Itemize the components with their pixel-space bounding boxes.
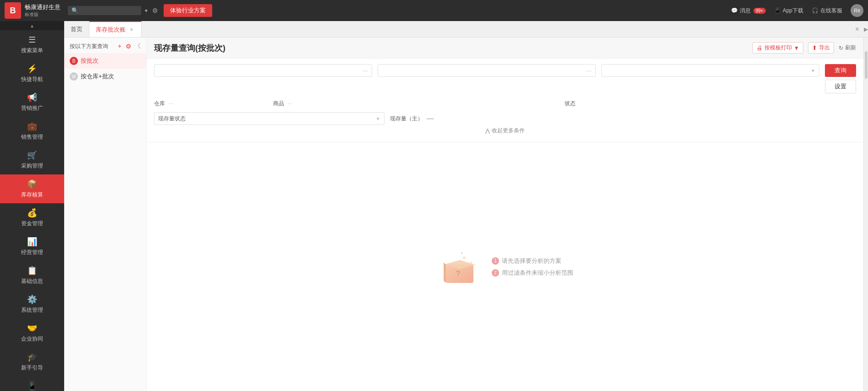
print-button[interactable]: 🖨 按模板打印 ▼ xyxy=(753,42,803,54)
warehouse-input[interactable] xyxy=(158,67,361,74)
sidebar-icon-purchase: 🛒 xyxy=(27,150,37,160)
right-scrollbar[interactable] xyxy=(863,38,868,391)
plan-item-by-batch[interactable]: B 按批次 xyxy=(64,53,146,69)
user-profile-item[interactable]: Rit xyxy=(851,4,863,17)
tab-close-button[interactable]: × xyxy=(128,27,135,33)
messages-item[interactable]: 💬 消息 99+ xyxy=(731,7,766,15)
plan-label-by-batch: 按批次 xyxy=(81,57,99,65)
search-input[interactable] xyxy=(80,7,135,14)
sidebar-label-enterprise: 企业协同 xyxy=(21,335,43,343)
query-button[interactable]: 查询 xyxy=(825,64,856,77)
right-panel: 现存量查询(按批次) 🖨 按模板打印 ▼ ⬆ 导出 ↻ xyxy=(147,38,863,391)
collapse-panel-icon[interactable]: 《 xyxy=(134,42,141,50)
product-input-wrap[interactable]: ··· xyxy=(378,64,596,77)
page-title: 现存量查询(按批次) xyxy=(154,43,225,54)
tab-more-icon[interactable]: ▶ xyxy=(864,26,868,33)
sidebar-item-operation[interactable]: 📊 经营管理 xyxy=(0,232,64,261)
filter-settings-button[interactable]: 设置 xyxy=(825,80,856,93)
sidebar-icon-basic: 📋 xyxy=(27,266,37,276)
sidebar-item-purchase[interactable]: 🛒 采购管理 xyxy=(0,146,64,174)
sidebar-item-system[interactable]: ⚙️ 系统管理 xyxy=(0,290,64,319)
product-col-label: 商品 ··· xyxy=(273,100,565,108)
page-container: 按以下方案查询 ＋ ⚙ 《 B 按批次 W 按仓库+批次 xyxy=(64,38,868,391)
status-col-label: 状态 xyxy=(565,100,856,108)
brand-edition: 标准版 xyxy=(25,11,60,18)
tip-text-1: 请先选择要分析的方案 xyxy=(502,257,561,265)
topbar-search-box[interactable]: 🔍 xyxy=(68,6,141,15)
online-service-item[interactable]: 🎧 在线客服 xyxy=(812,7,842,15)
sidebar-icon-system: ⚙️ xyxy=(27,294,37,304)
sidebar-label-system: 系统管理 xyxy=(21,306,43,314)
tip-text-2: 用过滤条件来缩小分析范围 xyxy=(502,269,573,277)
page-title-bar: 现存量查询(按批次) 🖨 按模板打印 ▼ ⬆ 导出 ↻ xyxy=(147,38,863,59)
warehouse-label-text: 仓库 xyxy=(154,100,165,107)
warehouse-col-dots[interactable]: ··· xyxy=(168,100,173,107)
svg-point-3 xyxy=(461,252,463,254)
tab-inventory-batch[interactable]: 库存批次账 × xyxy=(89,21,142,37)
avatar-label: Rit xyxy=(854,8,860,13)
sidebar-item-inventory[interactable]: 📦 库存核算 xyxy=(0,174,64,203)
search-icon: 🔍 xyxy=(71,7,78,14)
avatar: Rit xyxy=(851,4,863,17)
plan-settings-icon[interactable]: ⚙ xyxy=(126,43,132,50)
refresh-button[interactable]: ↻ 刷新 xyxy=(839,44,856,52)
search-chevron-icon[interactable]: ▼ xyxy=(144,8,148,13)
sidebar-icon-newbie: 🎓 xyxy=(27,352,37,362)
stock-amount-field: 现存量（主） — xyxy=(390,114,621,123)
sidebar-item-finance[interactable]: 💰 资金管理 xyxy=(0,203,64,232)
sidebar-item-marketing[interactable]: 📢 营销推广 xyxy=(0,88,64,117)
messages-badge: 99+ xyxy=(753,8,766,14)
tab-bar-close-icon[interactable]: × xyxy=(855,25,859,33)
plan-item-by-warehouse-batch[interactable]: W 按仓库+批次 xyxy=(64,69,146,84)
status-select-wrap[interactable]: ▼ xyxy=(601,64,819,77)
add-plan-icon[interactable]: ＋ xyxy=(116,42,123,50)
product-field: ··· xyxy=(378,64,596,77)
topbar-gear-icon[interactable]: ⚙ xyxy=(152,7,158,14)
page-title-actions: 🖨 按模板打印 ▼ ⬆ 导出 ↻ 刷新 xyxy=(753,42,856,54)
sidebar-scroll-up[interactable]: ▲ xyxy=(0,21,64,30)
product-more-icon[interactable]: ··· xyxy=(586,67,592,74)
warehouse-more-icon[interactable]: ··· xyxy=(363,67,368,74)
empty-tips: 1 请先选择要分析的方案 2 用过滤条件来缩小分析范围 xyxy=(492,257,573,277)
content-area: 首页 库存批次账 × × ▶ 按以下方案查询 ＋ ⚙ 《 xyxy=(64,21,868,391)
empty-tip-2: 2 用过滤条件来缩小分析范围 xyxy=(492,269,573,277)
stock-status-label: 现存量状态 xyxy=(158,115,186,123)
export-button[interactable]: ⬆ 导出 xyxy=(808,42,834,54)
stock-status-select[interactable]: 现存量状态 ▼ xyxy=(154,112,385,125)
trial-button[interactable]: 体验行业方案 xyxy=(164,4,212,17)
sidebar-label-operation: 经营管理 xyxy=(21,249,43,256)
sidebar-item-basic[interactable]: 📋 基础信息 xyxy=(0,261,64,290)
stock-amount-dash: — xyxy=(427,114,434,123)
filter-actions: 查询 设置 xyxy=(825,64,856,93)
sidebar-label-purchase: 采购管理 xyxy=(21,162,43,170)
status-label-text: 状态 xyxy=(565,100,576,107)
app-logo: B xyxy=(5,2,21,19)
sidebar-item-newbie[interactable]: 🎓 新手引导 xyxy=(0,348,64,376)
app-download-item[interactable]: 📱 App下载 xyxy=(774,7,803,15)
product-col-dots[interactable]: ··· xyxy=(287,100,292,107)
left-panel: 按以下方案查询 ＋ ⚙ 《 B 按批次 W 按仓库+批次 xyxy=(64,38,147,391)
tab-home[interactable]: 首页 xyxy=(64,21,89,37)
sidebar-item-quick-nav[interactable]: ⚡ 快捷导航 xyxy=(0,59,64,88)
main-layout: ▲ ☰ 搜索菜单 ⚡ 快捷导航 📢 营销推广 💼 销售管理 🛒 采购管理 📦 库… xyxy=(0,21,868,391)
plan-icon-by-warehouse-batch: W xyxy=(70,72,78,81)
message-icon: 💬 xyxy=(731,7,738,14)
tab-bar: 首页 库存批次账 × × ▶ xyxy=(64,21,868,38)
sidebar-item-sales[interactable]: 💼 销售管理 xyxy=(0,117,64,146)
filter-section: ··· ··· xyxy=(147,59,863,142)
sidebar-icon-sales: 💼 xyxy=(27,121,37,131)
filter-collapse-row[interactable]: ⋀ 收起更多条件 xyxy=(154,125,856,136)
sidebar-icon-inventory: 📦 xyxy=(27,179,37,189)
stock-status-chevron: ▼ xyxy=(376,116,380,121)
plan-items-container: B 按批次 W 按仓库+批次 xyxy=(64,53,146,84)
headset-icon: 🎧 xyxy=(812,7,819,14)
scrollbar-thumb xyxy=(865,51,868,79)
sidebar-item-search-menu[interactable]: ☰ 搜索菜单 xyxy=(0,30,64,59)
product-input[interactable] xyxy=(382,67,584,74)
print-label: 按模板打印 xyxy=(764,44,792,52)
plan-icon-by-batch: B xyxy=(70,57,78,65)
sidebar-item-enterprise[interactable]: 🤝 企业协同 xyxy=(0,319,64,348)
warehouse-input-wrap[interactable]: ··· xyxy=(154,64,372,77)
sidebar-item-apps[interactable]: 📱 应用中心 xyxy=(0,376,64,391)
plan-label-by-warehouse-batch: 按仓库+批次 xyxy=(81,72,114,81)
